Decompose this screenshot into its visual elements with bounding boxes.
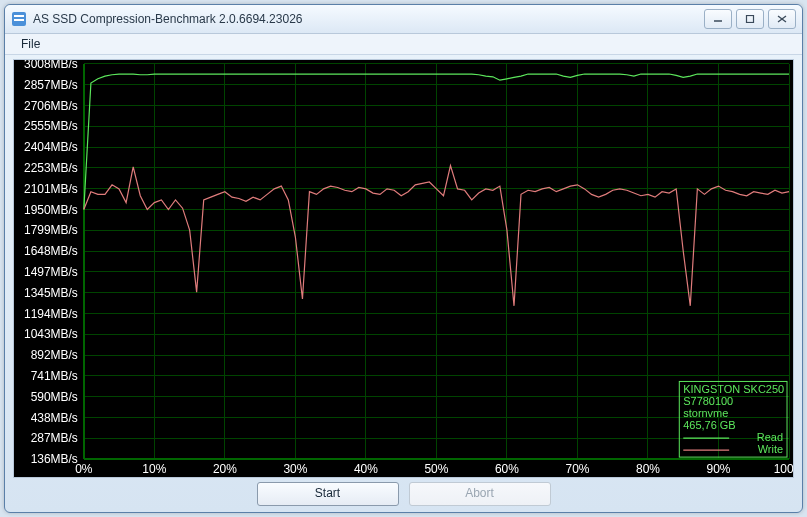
svg-text:Write: Write — [758, 443, 783, 455]
svg-text:2253MB/s: 2253MB/s — [24, 161, 78, 175]
svg-text:80%: 80% — [636, 462, 660, 476]
svg-text:30%: 30% — [283, 462, 307, 476]
chart-area: 136MB/s287MB/s438MB/s590MB/s741MB/s892MB… — [14, 60, 793, 477]
svg-text:90%: 90% — [707, 462, 731, 476]
svg-rect-2 — [14, 19, 24, 21]
svg-text:0%: 0% — [75, 462, 93, 476]
svg-text:stornvme: stornvme — [683, 407, 728, 419]
svg-text:1043MB/s: 1043MB/s — [24, 327, 78, 341]
chart-container: 136MB/s287MB/s438MB/s590MB/s741MB/s892MB… — [13, 59, 794, 478]
svg-text:438MB/s: 438MB/s — [31, 411, 78, 425]
buttons-row: Start Abort — [13, 482, 794, 506]
svg-text:590MB/s: 590MB/s — [31, 390, 78, 404]
svg-rect-4 — [747, 16, 754, 23]
svg-text:40%: 40% — [354, 462, 378, 476]
svg-text:136MB/s: 136MB/s — [31, 452, 78, 466]
svg-text:2706MB/s: 2706MB/s — [24, 99, 78, 113]
svg-text:60%: 60% — [495, 462, 519, 476]
minimize-button[interactable] — [704, 9, 732, 29]
svg-text:465,76 GB: 465,76 GB — [683, 419, 735, 431]
maximize-button[interactable] — [736, 9, 764, 29]
svg-text:2101MB/s: 2101MB/s — [24, 182, 78, 196]
close-icon — [777, 15, 787, 23]
start-button[interactable]: Start — [257, 482, 399, 506]
titlebar[interactable]: AS SSD Compression-Benchmark 2.0.6694.23… — [5, 5, 802, 34]
svg-text:2555MB/s: 2555MB/s — [24, 119, 78, 133]
window-title: AS SSD Compression-Benchmark 2.0.6694.23… — [33, 12, 700, 26]
svg-text:50%: 50% — [424, 462, 448, 476]
svg-text:1497MB/s: 1497MB/s — [24, 265, 78, 279]
minimize-icon — [713, 15, 723, 23]
svg-text:1950MB/s: 1950MB/s — [24, 203, 78, 217]
svg-text:892MB/s: 892MB/s — [31, 348, 78, 362]
app-icon — [11, 11, 27, 27]
maximize-icon — [745, 15, 755, 23]
menubar: File — [5, 34, 802, 55]
svg-text:10%: 10% — [142, 462, 166, 476]
svg-text:287MB/s: 287MB/s — [31, 431, 78, 445]
svg-text:70%: 70% — [565, 462, 589, 476]
svg-text:741MB/s: 741MB/s — [31, 369, 78, 383]
svg-text:3008MB/s: 3008MB/s — [24, 60, 78, 71]
close-button[interactable] — [768, 9, 796, 29]
chart-svg: 136MB/s287MB/s438MB/s590MB/s741MB/s892MB… — [14, 60, 793, 477]
svg-rect-1 — [14, 15, 24, 17]
svg-text:2857MB/s: 2857MB/s — [24, 78, 78, 92]
svg-text:20%: 20% — [213, 462, 237, 476]
svg-text:100%: 100% — [774, 462, 793, 476]
svg-text:1799MB/s: 1799MB/s — [24, 223, 78, 237]
abort-button: Abort — [409, 482, 551, 506]
svg-text:1345MB/s: 1345MB/s — [24, 286, 78, 300]
menu-file[interactable]: File — [13, 35, 48, 53]
app-window: AS SSD Compression-Benchmark 2.0.6694.23… — [4, 4, 803, 513]
svg-text:S7780100: S7780100 — [683, 395, 733, 407]
svg-text:KINGSTON SKC250: KINGSTON SKC250 — [683, 383, 784, 395]
svg-text:1194MB/s: 1194MB/s — [24, 307, 78, 321]
svg-text:2404MB/s: 2404MB/s — [24, 140, 78, 154]
svg-text:Read: Read — [757, 431, 783, 443]
svg-text:1648MB/s: 1648MB/s — [24, 244, 78, 258]
